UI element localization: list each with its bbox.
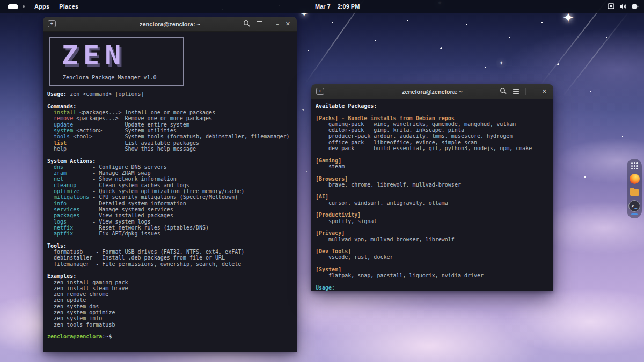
system-action-row: info- Detailed system information: [47, 201, 297, 206]
command-row: listList available packages: [47, 140, 297, 146]
system-actions-header: System Actions:: [47, 158, 297, 164]
commands-list: install<packages...>Install one or more …: [47, 109, 297, 152]
packs-list: gaming-packwine, winetricks, gamemode, m…: [316, 121, 553, 151]
tool-row: filemanager- File permissions, ownership…: [47, 261, 297, 267]
example-row: zen system optimize: [47, 309, 297, 315]
examples-list: zen install gaming-pack zen install stea…: [47, 279, 297, 328]
clock-date: Mar 7: [315, 3, 331, 10]
package-category: [AI] cursor, windsurf, antigravity, olla…: [316, 194, 553, 212]
clock[interactable]: Mar 7 2:09 PM: [315, 0, 360, 13]
hamburger-menu-icon[interactable]: [513, 89, 519, 94]
command-row: updateUpdate entire system: [47, 122, 297, 128]
category-packages: brave, chrome, librewolf, mullvad-browse…: [316, 182, 553, 188]
system-action-row: services- Manage systemd services: [47, 206, 297, 212]
volume-icon[interactable]: [619, 3, 627, 10]
command-row: remove<packages...>Remove one or more pa…: [47, 115, 297, 121]
category-packages: steam: [316, 164, 553, 169]
workspace-indicator[interactable]: [8, 4, 18, 9]
titlebar[interactable]: zenclora@zenclora: ~ + – ✕: [311, 84, 553, 99]
places-menu[interactable]: Places: [59, 3, 78, 10]
active-app-indicator: [631, 213, 638, 215]
example-row: zen install steam brave: [47, 285, 297, 291]
category-packages: cursor, windsurf, antigravity, ollama: [316, 200, 553, 206]
pack-row: producer-packardour, audacity, lmms, mus…: [316, 133, 553, 139]
screen-share-icon[interactable]: [608, 3, 614, 10]
search-icon[interactable]: [243, 19, 250, 29]
new-tab-icon[interactable]: +: [48, 20, 56, 27]
example-row: zen tools formatusb: [47, 322, 297, 328]
category-header: [Gaming]: [316, 158, 553, 164]
package-category: [Dev Tools] vscode, rust, docker: [316, 248, 553, 267]
category-packages: vscode, rust, docker: [316, 254, 553, 260]
system-actions-list: dns- Configure DNS servers zram- Manage …: [47, 164, 297, 237]
hamburger-menu-icon[interactable]: [257, 21, 262, 27]
category-header: [Productivity]: [316, 212, 553, 218]
category-header: [System]: [316, 267, 553, 272]
close-icon[interactable]: ✕: [286, 21, 290, 27]
titlebar[interactable]: zenclora@zenclora: ~ + – ✕: [43, 17, 297, 32]
system-action-row: net- Show network information: [47, 176, 297, 182]
minimize-icon[interactable]: –: [532, 88, 536, 94]
terminal-content[interactable]: ZEN Zenclora Package Manager v1.0 Usage:…: [43, 32, 297, 352]
category-header: [Privacy]: [316, 230, 553, 236]
workspace-dot[interactable]: [23, 5, 25, 8]
system-action-row: zram- Manage ZRAM swap: [47, 170, 297, 176]
shooting-star-streak: [539, 0, 636, 86]
commands-header: Commands:: [47, 104, 297, 109]
clock-time: 2:09 PM: [338, 3, 360, 10]
search-icon[interactable]: [500, 87, 507, 97]
package-category: [Productivity] spotify, signal: [316, 212, 553, 230]
system-tray[interactable]: [608, 0, 639, 13]
command-row: system<action>System utilities: [47, 128, 297, 134]
package-category: [Gaming] steam: [316, 158, 553, 176]
category-header: [AI]: [316, 194, 553, 200]
terminal-content[interactable]: Available Packages: [Packs] - Bundle ins…: [311, 99, 553, 291]
minimize-icon[interactable]: –: [276, 21, 279, 27]
packs-header: [Packs] - Bundle installs from Debian re…: [316, 115, 553, 121]
desktop-wallpaper: ✦ ✦ ✦ ✦ Apps Places Mar 7 2:09 PM zenclo…: [0, 0, 644, 362]
system-action-row: optimize- Quick system optimization (fre…: [47, 188, 297, 194]
shell-prompt[interactable]: zenclora@zenclora:~$: [47, 334, 297, 339]
pack-row: office-packlibreoffice, evince, simple-s…: [316, 139, 553, 145]
pack-row: editor-packgimp, krita, inkscape, pinta: [316, 127, 553, 133]
category-packages: mullvad-vpn, mullvad-browser, librewolf: [316, 237, 553, 242]
category-header: [Browsers]: [316, 176, 553, 182]
command-row: tools<tool>System tools (formatusb, debi…: [47, 134, 297, 139]
terminal-window-zen-list: zenclora@zenclora: ~ + – ✕ Available Pac…: [311, 84, 553, 291]
system-action-row: netfix- Reset network rules (iptables/DN…: [47, 225, 297, 231]
system-action-row: packages- View installed packages: [47, 212, 297, 218]
category-packages: spotify, signal: [316, 218, 553, 224]
new-tab-icon[interactable]: +: [316, 88, 324, 95]
example-row: zen system dns: [47, 304, 297, 309]
close-icon[interactable]: ✕: [542, 88, 547, 94]
terminal-icon[interactable]: >_: [628, 200, 640, 212]
system-action-row: aptfix- Fix APT/dpkg issues: [47, 231, 297, 237]
example-row: zen system info: [47, 315, 297, 321]
titlebar-divider: [525, 88, 526, 95]
app-grid-icon[interactable]: [631, 162, 638, 169]
package-category: [Privacy] mullvad-vpn, mullvad-browser, …: [316, 230, 553, 248]
example-row: zen install gaming-pack: [47, 279, 297, 285]
apps-menu[interactable]: Apps: [34, 3, 49, 10]
category-header: [Dev Tools]: [316, 248, 553, 254]
top-panel: Apps Places Mar 7 2:09 PM: [0, 0, 644, 13]
pack-row: dev-packbuild-essential, git, python3, n…: [316, 145, 553, 151]
zen-logo: ZEN: [62, 39, 183, 72]
category-packages: flatpak, snap, pacstall, liquorix, nvidi…: [316, 272, 553, 278]
package-category: [System] flatpak, snap, pacstall, liquor…: [316, 267, 553, 285]
zen-logo-box: ZEN Zenclora Package Manager v1.0: [49, 37, 184, 86]
titlebar-divider: [269, 20, 269, 28]
examples-header: Examples:: [47, 273, 297, 279]
system-action-row: logs- View system logs: [47, 219, 297, 225]
pack-row: gaming-packwine, winetricks, gamemode, m…: [316, 121, 553, 127]
star-sparkle-icon: ✦: [499, 60, 503, 66]
available-packages-header: Available Packages:: [316, 103, 553, 109]
tool-row: debinstaller- Install .deb packages from…: [47, 255, 297, 261]
example-row: zen update: [47, 297, 297, 303]
firefox-icon[interactable]: [630, 174, 640, 184]
tools-header: Tools:: [47, 243, 297, 249]
system-action-row: mitigations- CPU security mitigations (S…: [47, 194, 297, 200]
battery-icon[interactable]: [632, 3, 639, 10]
tools-list: formatusb- Format USB drives (FAT32, NTF…: [47, 249, 297, 267]
files-icon[interactable]: [630, 189, 639, 196]
